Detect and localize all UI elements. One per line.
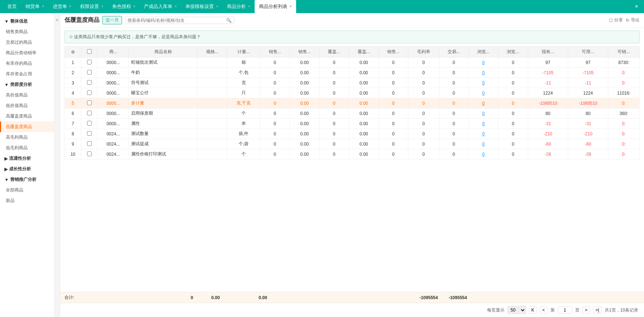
time-filter-button[interactable]: 近一月 xyxy=(102,16,122,24)
row-unit: 只 xyxy=(227,88,260,98)
export-button[interactable]: ↻ 导出 xyxy=(626,17,640,23)
sidebar-item-traded-goods[interactable]: 交易过的商品 xyxy=(0,37,54,48)
tab-sales-order[interactable]: 销货单 × xyxy=(21,0,48,13)
tab-product-analysis[interactable]: 商品分析 × xyxy=(223,0,255,13)
total-sales-amt: 0.00 xyxy=(203,295,228,300)
sidebar-item-low-value[interactable]: 低价值商品 xyxy=(0,100,54,111)
sidebar-item-low-coverage[interactable]: 低覆盖度商品 xyxy=(0,122,54,132)
first-page-button[interactable]: K xyxy=(529,306,537,314)
chevron-down-icon: ▼ xyxy=(4,19,9,24)
col-checkbox[interactable] xyxy=(81,47,98,58)
sidebar-item-stocked-goods[interactable]: 有库存的商品 xyxy=(0,58,54,69)
row-browse2: 0 xyxy=(498,68,528,78)
row-checkbox[interactable] xyxy=(81,149,98,159)
row-checkbox[interactable] xyxy=(81,119,98,129)
row-browse1[interactable]: 0 xyxy=(469,98,498,108)
row-browse1[interactable]: 0 xyxy=(469,119,498,129)
close-icon[interactable]: × xyxy=(248,0,250,13)
sidebar-section-overall[interactable]: ▼ 整体信息 xyxy=(0,16,54,27)
settings-icon[interactable]: ⚙ xyxy=(71,49,75,55)
sidebar-section-cluster[interactable]: ▼ 类群度分析 xyxy=(0,79,54,90)
tab-role-auth[interactable]: 角色授权 × xyxy=(108,0,140,13)
row-checkbox[interactable] xyxy=(81,68,98,78)
sidebar-item-capital-occupation[interactable]: 库存资金占用 xyxy=(0,69,54,79)
row-unit: 米 xyxy=(227,119,260,129)
row-sales-amt: 0.00 xyxy=(290,98,319,108)
row-browse1[interactable]: 0 xyxy=(469,88,498,98)
close-icon[interactable]: × xyxy=(174,0,177,13)
row-gross-margin: 0 xyxy=(408,58,439,68)
prev-page-button[interactable]: < xyxy=(540,306,547,314)
col-settings[interactable]: ⚙ xyxy=(64,47,81,58)
last-page-button[interactable]: >| xyxy=(593,306,602,314)
tab-home[interactable]: 首页 xyxy=(3,0,21,13)
close-icon[interactable]: × xyxy=(133,0,136,13)
total-sales-qty: 0 xyxy=(181,295,203,300)
row-no: 4 xyxy=(64,88,81,98)
row-current-stock: -11 xyxy=(528,78,568,88)
sidebar-section-liquidity[interactable]: ▶ 流通性分析 xyxy=(0,153,54,164)
sidebar-item-new-goods[interactable]: 新品 xyxy=(0,195,54,206)
tab-product-inbound[interactable]: 产成品入库单 × xyxy=(140,0,181,13)
sidebar-collapse-button[interactable]: « xyxy=(55,13,60,317)
chevron-down-icon: ▼ xyxy=(4,82,9,87)
row-checkbox[interactable] xyxy=(81,58,98,68)
close-icon[interactable]: × xyxy=(290,0,292,13)
row-sales-qty: 0 xyxy=(260,78,290,88)
row-checkbox[interactable] xyxy=(81,108,98,119)
row-gross-margin: 0 xyxy=(408,129,439,139)
table-row: 2 0000... 牛奶 个,包 0 0.00 0 0.00 0 0 0 0 0… xyxy=(64,68,639,78)
row-available: -210 xyxy=(568,129,608,139)
row-browse1[interactable]: 0 xyxy=(469,108,498,119)
table-container[interactable]: ⚙ 商... 商品名称 规格... 计量... 销售... 销售... 覆盖..… xyxy=(60,46,644,292)
row-sales-x: 0 xyxy=(378,58,408,68)
close-icon[interactable]: × xyxy=(69,0,71,13)
page-size-select[interactable]: 50 20 100 200 xyxy=(507,306,526,314)
page-number-input[interactable] xyxy=(558,306,572,314)
search-input[interactable] xyxy=(127,18,226,23)
sidebar-item-high-coverage[interactable]: 高覆盖度商品 xyxy=(0,111,54,122)
close-icon[interactable]: × xyxy=(101,0,103,13)
col-sales-amt: 销售... xyxy=(290,47,319,58)
close-icon[interactable]: × xyxy=(216,0,218,13)
sidebar-item-all-goods[interactable]: 全部商品 xyxy=(0,185,54,195)
row-checkbox[interactable] xyxy=(81,88,98,98)
close-icon[interactable]: × xyxy=(42,0,44,13)
sidebar-item-category-rate[interactable]: 商品分类动销率 xyxy=(0,48,54,58)
tab-permission[interactable]: 权限设置 × xyxy=(76,0,108,13)
row-checkbox[interactable] xyxy=(81,129,98,139)
select-all-checkbox[interactable] xyxy=(87,49,92,54)
main-layout: ▼ 整体信息 销售类商品 交易过的商品 商品分类动销率 有库存的商品 库存资金占… xyxy=(0,13,644,317)
row-browse1[interactable]: 0 xyxy=(469,58,498,68)
col-coverage1: 覆盖... xyxy=(319,47,349,58)
row-checkbox[interactable] xyxy=(81,78,98,88)
tab-purchase-order[interactable]: 进货单 × xyxy=(48,0,76,13)
col-spec: 规格... xyxy=(197,47,227,58)
total-coverage2: 0.00 xyxy=(250,295,276,300)
row-browse1[interactable]: 0 xyxy=(469,129,498,139)
row-browse1[interactable]: 0 xyxy=(469,149,498,159)
share-button[interactable]: ⬡ 分享 xyxy=(609,17,623,23)
sidebar-item-high-margin[interactable]: 高毛利商品 xyxy=(0,132,54,143)
next-page-button[interactable]: > xyxy=(582,306,590,314)
row-browse1[interactable]: 0 xyxy=(469,78,498,88)
tab-product-analysis-list[interactable]: 商品分析列表 × xyxy=(255,0,296,13)
row-browse1[interactable]: 0 xyxy=(469,68,498,78)
row-code: 0024... xyxy=(98,129,129,139)
tab-template-settings[interactable]: 单据模板设置 × xyxy=(181,0,223,13)
sidebar-section-growth[interactable]: ▶ 成长性分析 xyxy=(0,164,54,174)
row-browse1[interactable]: 0 xyxy=(469,139,498,149)
page-unit: 页 xyxy=(575,307,580,313)
sidebar-item-high-value[interactable]: 高价值商品 xyxy=(0,90,54,100)
total-info: 共1页，10条记录 xyxy=(605,307,638,313)
row-sellable: 0: xyxy=(608,139,639,149)
search-icon[interactable]: 🔍 xyxy=(226,18,232,23)
row-gross-margin: 0 xyxy=(408,119,439,129)
row-checkbox[interactable] xyxy=(81,98,98,108)
sidebar-section-marketing[interactable]: ▼ 营销推广分析 xyxy=(0,174,54,185)
row-spec xyxy=(197,119,227,129)
sidebar-item-sales-goods[interactable]: 销售类商品 xyxy=(0,27,54,37)
sidebar-item-low-margin[interactable]: 低毛利商品 xyxy=(0,143,54,153)
row-checkbox[interactable] xyxy=(81,139,98,149)
close-all-button[interactable]: × xyxy=(632,3,641,10)
